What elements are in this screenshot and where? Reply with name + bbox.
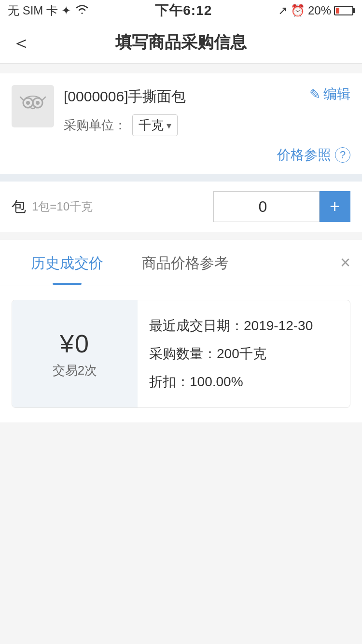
purchase-quantity-label: 采购数量： xyxy=(149,346,217,361)
edit-button[interactable]: ✎ 编辑 xyxy=(309,85,350,103)
wifi-icon xyxy=(75,4,89,17)
product-title: 手撕面包 xyxy=(128,88,186,104)
page-bottom xyxy=(0,422,362,644)
history-date-row: 最近成交日期：2019-12-30 xyxy=(149,316,338,336)
close-icon: × xyxy=(340,252,350,272)
history-trade-times: 交易2次 xyxy=(53,362,97,379)
history-price-card: ¥0 交易2次 最近成交日期：2019-12-30 采购数量：200千克 折扣：… xyxy=(12,300,350,408)
product-id: [0000006] xyxy=(64,88,128,104)
product-left: [0000006]手撕面包 采购单位： 千克 ▾ xyxy=(12,85,186,136)
tab-section: 历史成交价 商品价格参考 × ¥0 交易2次 最近成交日期：2019-12-30… xyxy=(0,240,362,422)
status-time: 下午6:12 xyxy=(155,1,212,20)
product-unit-row: 采购单位： 千克 ▾ xyxy=(64,114,186,136)
quantity-row: 包 1包=10千克 + xyxy=(0,182,362,232)
section-divider xyxy=(0,174,362,182)
edit-icon: ✎ xyxy=(309,86,320,102)
price-ref-button[interactable]: 价格参照 ? xyxy=(277,146,350,164)
history-left-panel: ¥0 交易2次 xyxy=(12,300,138,407)
quantity-input[interactable] xyxy=(213,191,320,222)
recent-date-label: 最近成交日期： xyxy=(149,318,244,333)
status-left: 无 SIM 卡 ✦ xyxy=(8,3,89,18)
price-ref-label: 价格参照 xyxy=(277,146,331,164)
battery-percent: 20% xyxy=(308,4,331,17)
unit-label: 采购单位： xyxy=(64,117,126,134)
tab-price-ref[interactable]: 商品价格参考 xyxy=(123,240,248,285)
history-discount-row: 折扣：100.00% xyxy=(149,372,338,392)
product-top-row: [0000006]手撕面包 采购单位： 千克 ▾ ✎ 编辑 xyxy=(12,85,350,136)
tab-content-history: ¥0 交易2次 最近成交日期：2019-12-30 采购数量：200千克 折扣：… xyxy=(0,285,362,422)
product-info: [0000006]手撕面包 采购单位： 千克 ▾ xyxy=(64,85,186,136)
history-price-value: ¥0 xyxy=(60,329,90,358)
svg-point-3 xyxy=(36,101,40,105)
increment-button[interactable]: + xyxy=(320,191,350,222)
tab-header: 历史成交价 商品价格参考 × xyxy=(0,240,362,285)
product-name: [0000006]手撕面包 xyxy=(64,87,186,107)
battery-icon xyxy=(334,6,354,15)
recent-date-value: 2019-12-30 xyxy=(244,318,313,333)
purchase-quantity-value: 200千克 xyxy=(217,346,266,361)
tab-price-ref-label: 商品价格参考 xyxy=(142,255,229,271)
location-icon: ↗ xyxy=(278,4,288,17)
product-card: [0000006]手撕面包 采购单位： 千克 ▾ ✎ 编辑 价格参照 ? xyxy=(0,73,362,174)
edit-label: 编辑 xyxy=(323,85,350,103)
unit-bag-label: 包 xyxy=(12,197,26,217)
product-logo-icon xyxy=(18,92,47,121)
help-icon: ? xyxy=(335,147,350,163)
unit-select[interactable]: 千克 ▾ xyxy=(132,114,178,136)
sim-label: 无 SIM 卡 ✦ xyxy=(8,3,71,18)
history-right-panel: 最近成交日期：2019-12-30 采购数量：200千克 折扣：100.00% xyxy=(138,300,350,407)
tab-close-button[interactable]: × xyxy=(331,243,350,282)
product-bottom-row: 价格参照 ? xyxy=(12,146,350,164)
back-button[interactable]: ＜ xyxy=(12,33,41,52)
status-right: ↗ ⏰ 20% xyxy=(278,4,354,17)
alarm-icon: ⏰ xyxy=(291,4,305,17)
svg-point-2 xyxy=(26,101,30,105)
tab-history-label: 历史成交价 xyxy=(31,255,103,271)
quantity-label: 包 1包=10千克 xyxy=(12,197,93,217)
tab-history-price[interactable]: 历史成交价 xyxy=(12,240,123,285)
product-thumbnail xyxy=(12,85,54,127)
unit-value: 千克 xyxy=(139,117,164,134)
unit-conversion-hint: 1包=10千克 xyxy=(32,199,93,214)
page-title: 填写商品采购信息 xyxy=(115,31,247,54)
header: ＜ 填写商品采购信息 xyxy=(0,21,362,64)
quantity-control: + xyxy=(213,191,350,222)
status-bar: 无 SIM 卡 ✦ 下午6:12 ↗ ⏰ 20% xyxy=(0,0,362,21)
discount-label: 折扣： xyxy=(149,374,190,389)
chevron-down-icon: ▾ xyxy=(167,120,171,131)
discount-value: 100.00% xyxy=(190,374,243,389)
history-quantity-row: 采购数量：200千克 xyxy=(149,344,338,364)
plus-icon: + xyxy=(330,196,340,217)
